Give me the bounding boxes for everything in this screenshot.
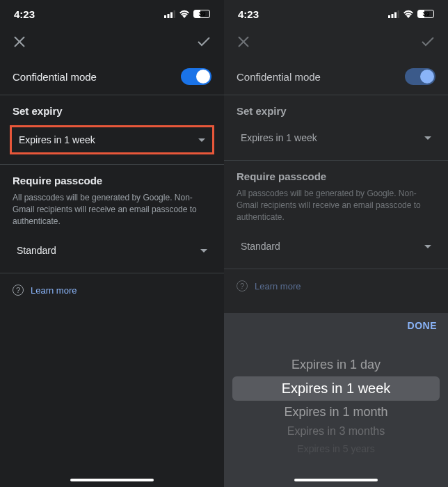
help-icon: ? [237,280,248,292]
svg-rect-1 [168,14,170,18]
signal-icon [164,8,175,20]
passcode-section: Require passcode All passcodes will be g… [224,161,448,269]
chevron-down-icon [424,136,431,140]
learn-more-label: Learn more [31,285,77,296]
passcode-description: All passcodes will be generated by Googl… [224,188,448,231]
picker-item[interactable]: Expires in 1 day [224,355,448,375]
picker-item[interactable]: Expires in 5 years [224,440,448,457]
learn-more-label: Learn more [255,281,301,292]
confidential-mode-row: Confidential mode [0,58,224,95]
confirm-icon[interactable] [420,34,435,52]
svg-rect-5 [392,14,394,18]
status-icons: 39 [388,8,434,20]
chevron-down-icon [198,138,205,142]
status-time: 4:23 [238,8,259,20]
picker-overlay: DONE Expires in 1 day Expires in 1 week … [224,313,448,487]
signal-icon [388,8,399,20]
passcode-section: Require passcode All passcodes will be g… [0,165,224,273]
done-button[interactable]: DONE [408,320,437,331]
confidential-mode-row: Confidential mode [224,58,448,95]
set-expiry-title: Set expiry [224,95,448,122]
confidential-mode-toggle[interactable] [181,68,211,85]
confidential-mode-label: Confidential mode [13,71,97,83]
set-expiry-title: Set expiry [0,95,224,122]
help-icon: ? [13,285,24,296]
learn-more-link[interactable]: ? Learn more [0,273,224,307]
chevron-down-icon [200,249,207,253]
close-icon[interactable] [237,35,250,51]
home-indicator[interactable] [294,479,378,481]
wifi-icon [403,8,414,20]
screen-left: 4:23 39 Confidential mode Set expiry Exp [0,0,224,487]
expiry-value: Expires in 1 week [241,132,317,143]
picker-item[interactable]: Expires in 1 month [224,402,448,422]
svg-rect-4 [388,15,390,18]
chevron-down-icon [424,245,431,248]
expiry-value: Expires in 1 week [19,134,95,145]
status-icons: 39 [164,8,210,20]
home-indicator[interactable] [70,479,154,481]
battery-icon: 39 [193,10,210,18]
passcode-description: All passcodes will be generated by Googl… [0,192,224,235]
status-time: 4:23 [14,8,35,20]
svg-rect-3 [174,10,176,18]
svg-rect-2 [170,12,173,18]
passcode-dropdown[interactable]: Standard [234,234,438,259]
status-bar: 4:23 39 [224,0,448,28]
header [0,28,224,58]
picker-item-selected[interactable]: Expires in 1 week [232,376,440,401]
battery-icon: 39 [417,10,434,18]
passcode-value: Standard [17,245,56,256]
passcode-dropdown[interactable]: Standard [10,238,214,263]
picker-header: DONE [224,313,448,338]
close-icon[interactable] [13,35,26,51]
svg-rect-7 [398,10,400,18]
screen-right: 4:23 39 Confidential mode Set expiry Exp [224,0,448,487]
learn-more-link[interactable]: ? Learn more [224,269,448,303]
svg-rect-6 [394,12,397,18]
status-bar: 4:23 39 [0,0,224,28]
wifi-icon [179,8,190,20]
confidential-mode-label: Confidential mode [237,71,321,83]
require-passcode-title: Require passcode [0,165,224,192]
confidential-mode-toggle[interactable] [405,68,435,85]
require-passcode-title: Require passcode [224,161,448,188]
header [224,28,448,58]
expiry-section: Set expiry Expires in 1 week [0,95,224,164]
passcode-value: Standard [241,241,280,252]
confirm-icon[interactable] [196,34,211,52]
expiry-picker[interactable]: Expires in 1 day Expires in 1 week Expir… [224,338,448,487]
expiry-dropdown[interactable]: Expires in 1 week [10,125,214,154]
expiry-dropdown[interactable]: Expires in 1 week [234,125,438,150]
svg-rect-0 [164,15,166,18]
picker-item[interactable]: Expires in 3 months [224,422,448,440]
expiry-section: Set expiry Expires in 1 week [224,95,448,160]
